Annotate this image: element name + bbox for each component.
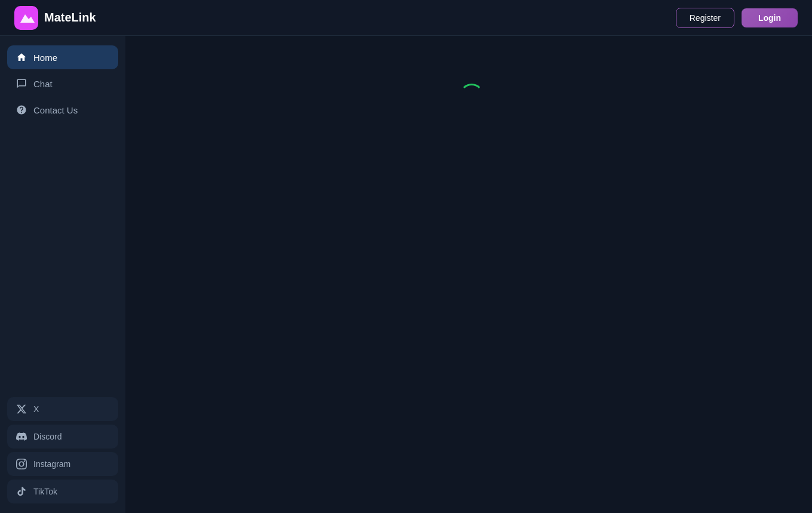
- spinner-arc: [460, 84, 484, 107]
- tiktok-icon: [16, 486, 27, 497]
- sidebar: Home Chat Contact Us: [0, 36, 125, 513]
- sidebar-item-chat[interactable]: Chat: [7, 72, 118, 96]
- sidebar-item-contact-us[interactable]: Contact Us: [7, 98, 118, 122]
- contact-us-icon: [16, 104, 27, 116]
- brand-logo-icon: [14, 6, 38, 30]
- main-content: [125, 36, 812, 513]
- sidebar-nav: Home Chat Contact Us: [7, 45, 118, 392]
- loading-spinner: [460, 84, 484, 107]
- sidebar-item-home-label: Home: [33, 53, 57, 63]
- sidebar-socials: X Discord Instagram: [7, 397, 118, 503]
- discord-icon: [16, 431, 27, 443]
- navbar-actions: Register Login: [676, 8, 798, 28]
- home-icon: [16, 51, 27, 63]
- social-item-x[interactable]: X: [7, 397, 118, 421]
- instagram-icon: [16, 458, 27, 470]
- login-button[interactable]: Login: [742, 8, 798, 27]
- brand-logo-link[interactable]: MateLink: [14, 6, 96, 30]
- social-x-label: X: [33, 404, 39, 414]
- x-icon: [16, 403, 27, 415]
- social-item-instagram[interactable]: Instagram: [7, 452, 118, 476]
- brand-name: MateLink: [44, 11, 96, 24]
- sidebar-item-home[interactable]: Home: [7, 45, 118, 69]
- social-item-tiktok[interactable]: TikTok: [7, 480, 118, 503]
- social-discord-label: Discord: [33, 432, 61, 441]
- chat-icon: [16, 78, 27, 90]
- navbar: MateLink Register Login: [0, 0, 812, 36]
- main-layout: Home Chat Contact Us: [0, 36, 812, 513]
- social-item-discord[interactable]: Discord: [7, 425, 118, 449]
- social-tiktok-label: TikTok: [33, 487, 57, 496]
- register-button[interactable]: Register: [676, 8, 734, 28]
- sidebar-item-chat-label: Chat: [33, 79, 53, 89]
- social-instagram-label: Instagram: [33, 459, 70, 469]
- sidebar-item-contact-us-label: Contact Us: [33, 105, 78, 115]
